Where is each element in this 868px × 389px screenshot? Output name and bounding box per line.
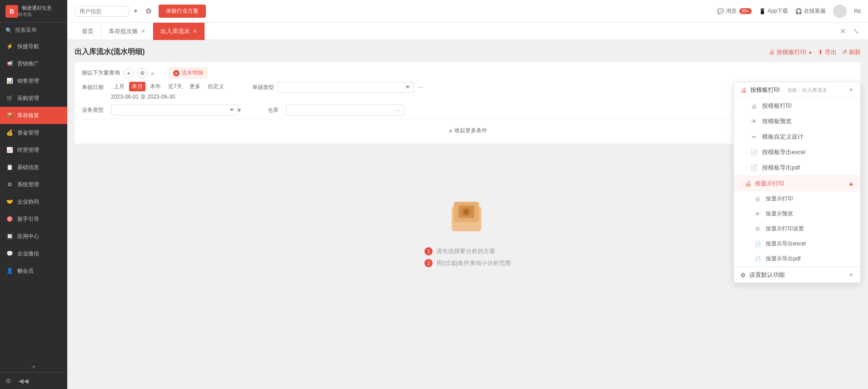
date-tab-last-month[interactable]: 上月 (111, 82, 127, 91)
template-excel-item-3[interactable]: 📄 按模板导出excel (734, 145, 860, 160)
sidebar-item-operations[interactable]: 📈 经营管理 (0, 141, 67, 159)
logo-sub: 标准版 (18, 11, 52, 18)
filter-add-btn[interactable]: + (124, 68, 134, 78)
date-label: 单据日期 (82, 82, 104, 91)
template-pdf-item-4[interactable]: 📄 按模板导出pdf (734, 160, 860, 175)
template-print-item-0[interactable]: 🖨 按模板打印 (734, 98, 860, 114)
display-settings-item-2[interactable]: ⚙ 按显示打印设置 (734, 221, 860, 236)
display-settings-label-2: 按显示打印设置 (766, 225, 804, 233)
current-label: 当前：出入库流水 (787, 87, 827, 94)
filter-settings-btn[interactable]: ⚙ (137, 68, 147, 78)
topbar-chevron-icon[interactable]: ▼ (133, 8, 139, 15)
collapse-btn[interactable]: ∧ 收起更多条件 (449, 127, 487, 135)
sidebar-item-quick-nav[interactable]: ⚡ 快捷导航 (0, 38, 67, 55)
refresh-btn[interactable]: ↺ 刷新 (842, 48, 861, 56)
wechat-icon: 💬 (5, 249, 14, 258)
sidebar-item-finance[interactable]: 💰 资金管理 (0, 124, 67, 141)
inventory-icon: 📦 (5, 111, 14, 120)
topbar: ▼ ⚙ 体验行业方案 💬 消息 99+ 📱 App下载 🎧 在线客服 (67, 0, 868, 23)
print-icon: 🖨 (769, 49, 775, 55)
message-badge: 99+ (739, 8, 752, 14)
warehouse-more-icon[interactable]: ··· (395, 106, 400, 114)
sidebar-item-wechat[interactable]: 💬 企业微信 (0, 245, 67, 262)
template-preview-label-1: 按模板预览 (762, 117, 792, 125)
tab-expand-icon[interactable]: ⤡ (851, 25, 861, 37)
member-icon: 👤 (5, 267, 14, 275)
biz-type-select[interactable] (111, 105, 238, 115)
display-print-item-0[interactable]: 🖨 按显示打印 (734, 191, 860, 206)
topbar-gear-icon[interactable]: ⚙ (142, 5, 155, 18)
sidebar-item-member[interactable]: 👤 畅会员 (0, 262, 67, 279)
doc-type-more-icon[interactable]: ··· (418, 83, 424, 91)
template-design-item-2[interactable]: ✏ 模板自定义设计 (734, 129, 860, 145)
sidebar-item-label: 应用中心 (17, 233, 39, 240)
template-print-header[interactable]: 🖨 按模板打印 当前：出入库流水 ▼ (734, 82, 860, 98)
user-avatar[interactable] (833, 5, 847, 18)
industry-btn[interactable]: 体验行业方案 (159, 5, 206, 18)
sidebar-item-appstore[interactable]: 🔲 应用中心 (0, 228, 67, 245)
page-title: 出入库流水(流水明细) (75, 47, 145, 57)
template-pdf-icon-4: 📄 (750, 164, 758, 171)
tabs-right-controls: ✕ ⤡ (838, 25, 861, 37)
type-tag[interactable]: ● 流水明细 (169, 68, 207, 78)
sidebar-item-guide[interactable]: 🎯 新手引导 (0, 210, 67, 228)
app-download-btn[interactable]: 📱 App下载 (759, 7, 788, 15)
sidebar-item-label: 系统管理 (17, 181, 39, 189)
filter-collapse-icon[interactable]: « (151, 70, 155, 77)
sidebar-search-item[interactable]: 🔍 搜索菜单 (0, 23, 67, 38)
tab-in-out-flow[interactable]: 出入库流水 ✕ (153, 23, 205, 40)
display-print-header[interactable]: 🖨 按显示打印 ▲ (734, 176, 860, 191)
type-tag-area: ● 流水明细 (169, 68, 207, 78)
template-preview-item-1[interactable]: 👁 按模板预览 (734, 114, 860, 129)
sidebar-item-marketing[interactable]: 📢 营销推广 (0, 55, 67, 72)
template-print-section: 🖨 按模板打印 当前：出入库流水 ▼ 🖨 按模板打印 👁 (734, 82, 860, 176)
date-tab-more[interactable]: 更多 (187, 82, 203, 91)
user-input[interactable] (75, 6, 129, 17)
sidebar-item-label: 销售管理 (17, 77, 39, 85)
doc-type-select[interactable] (278, 82, 414, 93)
marketing-icon: 📢 (5, 60, 14, 68)
collab-icon: 🤝 (5, 198, 14, 206)
display-preview-item-1[interactable]: 👁 按显示预览 (734, 206, 860, 221)
sidebar-item-basics[interactable]: 📋 基础信息 (0, 159, 67, 176)
dropdown-footer[interactable]: ⚙ 设置默认功能 ▼ (734, 267, 860, 283)
sidebar-item-purchase[interactable]: 🛒 采购管理 (0, 90, 67, 107)
sidebar-item-sales[interactable]: 📊 销售管理 (0, 72, 67, 90)
date-tab-custom[interactable]: 自定义 (205, 82, 227, 91)
stock-batch-close-icon[interactable]: ✕ (141, 28, 145, 35)
display-print-header-label: 按显示打印 (755, 180, 784, 188)
sidebar-item-collab[interactable]: 🤝 企业协同 (0, 193, 67, 210)
tab-close-all-icon[interactable]: ✕ (838, 25, 848, 37)
sidebar-item-inventory[interactable]: 📦 库存核算 (0, 107, 67, 124)
operations-icon: 📈 (5, 146, 14, 154)
tab-home[interactable]: 首页 (75, 23, 101, 40)
sidebar-item-label: 营销推广 (17, 60, 39, 68)
date-tab-7days[interactable]: 近7天 (165, 82, 185, 91)
display-excel-item-3[interactable]: 📄 按显示导出excel (734, 236, 860, 251)
filter-search-label: 按以下方案查询 (82, 69, 120, 77)
in-out-flow-close-icon[interactable]: ✕ (193, 28, 197, 35)
display-settings-icon-2: ⚙ (754, 225, 761, 233)
quick-nav-icon: ⚡ (5, 42, 14, 50)
display-excel-icon-3: 📄 (754, 240, 761, 248)
online-service-btn[interactable]: 🎧 在线客服 (795, 7, 826, 15)
print-btn[interactable]: 🖨 按模板打印 ▲ (769, 48, 813, 56)
main-area: ▼ ⚙ 体验行业方案 💬 消息 99+ 📱 App下载 🎧 在线客服 (67, 0, 868, 389)
sidebar-scroll-down-arrow[interactable]: ▼ (31, 364, 36, 370)
settings-icon[interactable]: ⚙ (5, 377, 11, 384)
empty-hint-1: 1 请先选择要分析的方案 (424, 247, 510, 255)
date-tab-this-year[interactable]: 本年 (147, 82, 164, 91)
type-tag-icon: ● (173, 70, 180, 76)
warehouse-input[interactable] (286, 105, 404, 115)
display-pdf-item-4[interactable]: 📄 按显示导出pdf (734, 251, 860, 266)
date-tab-this-month[interactable]: 本月 (129, 82, 145, 91)
sidebar: B 畅捷通好生意 标准版 🔍 搜索菜单 ⚡ 快捷导航 📢 营销推广 📊 销售管理 (0, 0, 67, 389)
tab-stock-batch[interactable]: 库存批次账 ✕ (101, 23, 153, 40)
collapse-sidebar-icon[interactable]: ◀◀ (19, 377, 29, 384)
sidebar-item-system[interactable]: ⚙ 系统管理 (0, 176, 67, 193)
date-range-display: 2023-06-01 至 2023-06-30 (111, 93, 227, 101)
message-icon: 💬 (717, 8, 724, 15)
export-btn[interactable]: ⬆ 导出 (818, 48, 837, 56)
biz-type-chevron-icon: ▼ (236, 107, 242, 114)
message-btn[interactable]: 💬 消息 99+ (717, 7, 752, 15)
